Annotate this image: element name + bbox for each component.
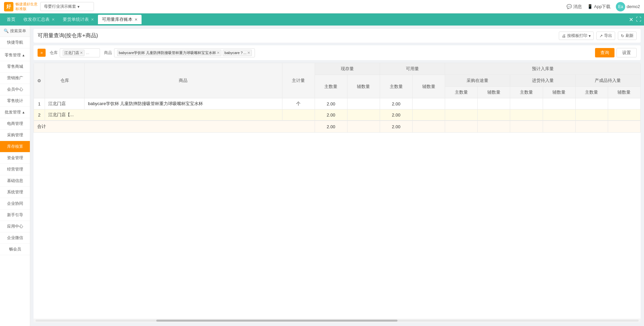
sidebar-item-retail-mall[interactable]: 零售商城	[0, 61, 30, 73]
cell-prod-main	[575, 98, 608, 109]
sidebar-item-member[interactable]: 会员中心	[0, 84, 30, 95]
tab-close-icon[interactable]: ✕	[91, 17, 94, 22]
query-button[interactable]: 查询	[595, 48, 614, 57]
tab-close-icon[interactable]: ✕	[52, 17, 55, 22]
cell-inc-aux	[543, 98, 575, 109]
cell-subtotal-current-main: 2.00	[315, 109, 347, 121]
top-header: 好 畅捷通好生意 标准版 母婴行业演示账套 ▾ 💬 消息 📱 App下载 Ea …	[0, 0, 644, 13]
th-current-stock: 现存量	[315, 63, 380, 75]
tab-close-all-icon[interactable]: ✕	[629, 16, 633, 23]
th-pur-main: 主数量	[445, 87, 478, 98]
sidebar-item-wechat-work[interactable]: 企业微信	[0, 232, 30, 244]
cell-inc-main	[510, 98, 543, 109]
warehouse-tag: 江北门店 ✕	[63, 50, 85, 56]
chevron-icon: ▲	[22, 53, 25, 57]
sidebar-item-retail-mgmt[interactable]: 零售管理 ▲	[0, 50, 30, 61]
table-wrapper: ⚙ 仓库 商品 主计量 现存量 可用量 预计入库量 主数量	[34, 63, 641, 323]
product-label: 商品	[104, 50, 112, 56]
filter-expand-button[interactable]: »	[38, 49, 46, 57]
page-title-bar: 可用量查询(按仓库+商品) 🖨 按模板打印 ▾ ↗ 导出 ↻ 刷新	[34, 29, 641, 43]
logo-icon: 好	[4, 2, 13, 11]
sidebar-item-app-center[interactable]: 应用中心	[0, 221, 30, 232]
setting-button[interactable]: 设置	[616, 48, 637, 57]
template-print-button[interactable]: 🖨 按模板打印 ▾	[559, 32, 594, 40]
sidebar-item-new-guide[interactable]: 新手引导	[0, 209, 30, 221]
tab-bar-right: ✕ ⛶	[629, 16, 641, 23]
cell-current-main: 2.00	[315, 98, 347, 109]
sidebar-item-member2[interactable]: 畅会员	[0, 244, 30, 255]
header-right: 💬 消息 📱 App下载 Ea demo2	[567, 2, 640, 11]
sidebar-item-purchase[interactable]: 采购管理	[0, 130, 30, 141]
th-gear[interactable]: ⚙	[34, 63, 45, 98]
title-actions: 🖨 按模板打印 ▾ ↗ 导出 ↻ 刷新	[559, 32, 637, 40]
tab-shoufa[interactable]: 收发存汇总表 ✕	[19, 15, 59, 24]
tab-yaohuo[interactable]: 要货单统计表 ✕	[59, 15, 98, 24]
remove-tag-icon[interactable]: ✕	[80, 51, 83, 55]
chevron-icon: ▲	[22, 110, 25, 114]
footer-label: 合计	[34, 121, 315, 133]
cell-subtotal-warehouse: 江北门店【...	[45, 109, 282, 121]
sidebar-item-enterprise-collab[interactable]: 企业协同	[0, 198, 30, 209]
th-current-aux: 辅数量	[347, 75, 380, 98]
tab-maximize-icon[interactable]: ⛶	[636, 16, 641, 22]
sidebar-search[interactable]: 🔍 搜索菜单	[0, 26, 30, 37]
table-row: 1 江北门店 babycare学饮杯 儿童防摔防撞吸管杯重力球吸嘴杯宝宝水杯 个…	[34, 98, 641, 109]
warehouse-input[interactable]: 江北门店 ✕ ...	[60, 48, 100, 57]
app-download-button[interactable]: 📱 App下载	[587, 4, 610, 10]
sidebar-item-system[interactable]: 系统管理	[0, 187, 30, 198]
product-input[interactable]: babycare学饮杯 儿童防摔防撞吸管杯重力球吸嘴杯宝宝水杯 ✕ babyca…	[114, 48, 255, 57]
footer-current-main: 2.00	[315, 121, 347, 133]
logo-text: 畅捷通好生意 标准版	[15, 2, 38, 11]
cell-avail-main: 2.00	[380, 98, 412, 109]
sidebar-item-ecommerce[interactable]: 电商管理	[0, 118, 30, 130]
sidebar-item-quick-nav[interactable]: 快捷导航	[0, 37, 30, 48]
sidebar-item-finance[interactable]: 资金管理	[0, 152, 30, 164]
sidebar-item-marketing[interactable]: 营销推广	[0, 73, 30, 84]
th-pur-aux: 辅数量	[478, 87, 510, 98]
filter-warehouse-field: 仓库 江北门店 ✕ ...	[50, 48, 100, 57]
th-available: 可用量	[380, 63, 445, 75]
cell-pur-main	[445, 98, 478, 109]
warehouse-label: 仓库	[50, 50, 58, 56]
cell-avail-aux	[413, 98, 445, 109]
chevron-down-icon: ▾	[589, 34, 591, 38]
cell-prod-aux	[608, 98, 640, 109]
message-button[interactable]: 💬 消息	[567, 4, 582, 10]
tab-keyongliang[interactable]: 可用量库存账本 ✕	[98, 15, 142, 24]
more-dots[interactable]: ...	[86, 50, 89, 55]
product-tag-1: babycare学饮杯 儿童防摔防撞吸管杯重力球吸嘴杯宝宝水杯 ✕	[117, 50, 221, 56]
user-profile[interactable]: Ea demo2	[616, 2, 640, 11]
tab-close-icon[interactable]: ✕	[135, 17, 138, 22]
industry-selector[interactable]: 母婴行业演示账套 ▾	[40, 2, 94, 11]
avatar: Ea	[616, 2, 625, 11]
main-layout: 🔍 搜索菜单 快捷导航 零售管理 ▲ 零售商城 营销推广 会员中心 零售统计	[0, 26, 644, 326]
filter-product-field: 商品 babycare学饮杯 儿童防摔防撞吸管杯重力球吸嘴杯宝宝水杯 ✕ bab…	[104, 48, 255, 57]
th-pur-transit: 采购在途量	[445, 75, 510, 87]
remove-tag-icon[interactable]: ✕	[247, 51, 250, 55]
search-icon: 🔍	[4, 29, 9, 33]
sidebar-item-basic-info[interactable]: 基础信息	[0, 175, 30, 187]
tab-home[interactable]: 首页	[3, 16, 19, 22]
scroll-thumb[interactable]	[156, 320, 397, 322]
sidebar-item-retail-stats[interactable]: 零售统计	[0, 95, 30, 107]
sidebar-item-wholesale[interactable]: 批发管理 ▲	[0, 107, 30, 118]
refresh-button[interactable]: ↻ 刷新	[618, 32, 637, 40]
th-avail-aux: 辅数量	[413, 75, 445, 98]
sidebar-item-operations[interactable]: 经营管理	[0, 164, 30, 175]
filter-bar: » 仓库 江北门店 ✕ ... 商品	[34, 45, 641, 60]
footer-avail-main: 2.00	[380, 121, 412, 133]
horizontal-scrollbar[interactable]	[34, 319, 641, 323]
logo-area: 好 畅捷通好生意 标准版	[4, 2, 38, 11]
filter-actions: 查询 设置	[595, 48, 637, 57]
sidebar-item-inventory[interactable]: 库存核算	[0, 141, 30, 152]
th-inc-main: 主数量	[510, 87, 543, 98]
remove-tag-icon[interactable]: ✕	[217, 51, 220, 55]
subtotal-row: 2 江北门店【... 2.00 2.00	[34, 109, 641, 121]
sidebar: 🔍 搜索菜单 快捷导航 零售管理 ▲ 零售商城 营销推广 会员中心 零售统计	[0, 26, 30, 326]
chevron-down-icon: ▾	[77, 4, 79, 9]
footer-row: 合计 2.00 2.00	[34, 121, 641, 133]
cell-pur-aux	[478, 98, 510, 109]
th-production: 产成品待入量	[575, 75, 640, 87]
export-button[interactable]: ↗ 导出	[596, 32, 615, 40]
th-expected-in: 预计入库量	[445, 63, 641, 75]
